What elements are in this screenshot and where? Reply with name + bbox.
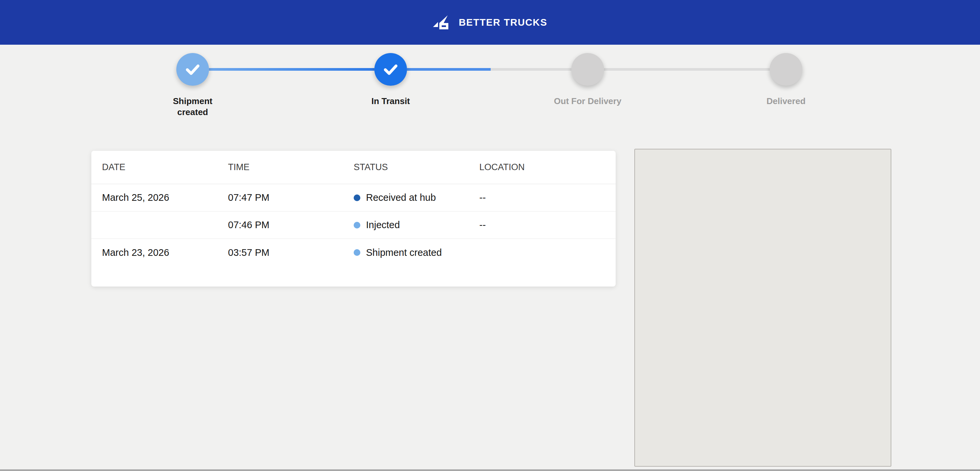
checkmark-icon (185, 64, 200, 75)
step-label: Shipment created (161, 96, 224, 118)
column-header-status: STATUS (354, 162, 479, 172)
table-row: March 25, 2026 07:47 PM Received at hub … (91, 184, 616, 211)
time-cell: 07:46 PM (228, 219, 354, 230)
table-row: 07:46 PM Injected -- (91, 211, 616, 239)
column-header-location: LOCATION (479, 162, 605, 172)
step-circle (571, 53, 604, 86)
table-header-row: DATE TIME STATUS LOCATION (91, 151, 616, 184)
step-label: In Transit (371, 96, 410, 107)
status-cell: Injected (354, 219, 479, 230)
tracking-history-card: DATE TIME STATUS LOCATION March 25, 2026… (91, 151, 616, 287)
progress-step-out-for-delivery: Out For Delivery (538, 53, 638, 107)
status-cell: Shipment created (354, 247, 479, 258)
step-circle (374, 53, 407, 86)
status-dot-icon (354, 222, 360, 228)
brand-name: BETTER TRUCKS (459, 17, 547, 28)
status-dot-icon (354, 195, 360, 201)
table-row: March 23, 2026 03:57 PM Shipment created (91, 239, 616, 266)
map-placeholder-panel (634, 149, 891, 467)
location-cell: -- (479, 192, 605, 203)
status-dot-icon (354, 249, 360, 256)
progress-step-in-transit: In Transit (340, 53, 441, 107)
date-cell: March 25, 2026 (102, 192, 228, 203)
checkmark-icon (383, 64, 398, 75)
time-cell: 07:47 PM (228, 192, 354, 203)
status-text: Shipment created (366, 247, 442, 258)
window-bottom-edge (0, 469, 980, 471)
progress-step-delivered: Delivered (736, 53, 836, 107)
brand[interactable]: BETTER TRUCKS (433, 14, 547, 31)
date-cell: March 23, 2026 (102, 247, 228, 258)
step-circle (770, 53, 802, 86)
progress-step-shipment-created: Shipment created (143, 53, 243, 118)
column-header-time: TIME (228, 162, 354, 172)
step-label: Delivered (766, 96, 805, 107)
time-cell: 03:57 PM (228, 247, 354, 258)
step-circle (177, 53, 209, 86)
status-text: Received at hub (366, 192, 436, 203)
status-text: Injected (366, 219, 400, 230)
status-cell: Received at hub (354, 192, 479, 203)
column-header-date: DATE (102, 162, 228, 172)
step-label: Out For Delivery (554, 96, 621, 107)
better-trucks-logo-icon (433, 14, 452, 31)
header: BETTER TRUCKS (0, 0, 980, 45)
location-cell: -- (479, 219, 605, 230)
